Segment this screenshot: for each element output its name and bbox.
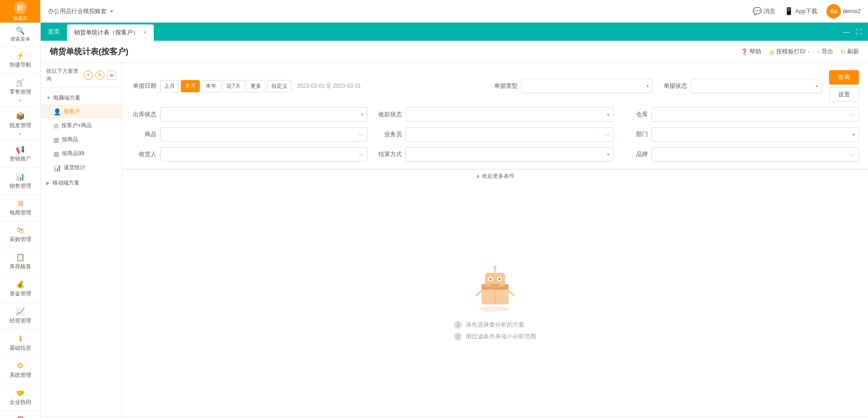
username-label: demo2 (843, 8, 861, 14)
empty-tip-2: 2 用过滤条件来缩小分析范围 (454, 332, 536, 341)
sidebar-item-retail[interactable]: 🛒 零售管理 ▲ (0, 74, 40, 107)
sidebar-item-purchase[interactable]: 🛍 采购管理 (0, 222, 40, 248)
brand-select[interactable]: ··· (651, 147, 859, 162)
filter-item-by-customer-product[interactable]: ⊞ 按客户+商品 (41, 119, 122, 133)
edit-scheme-button[interactable]: ✎ (95, 71, 104, 80)
payment-method-select[interactable]: ▾ (406, 147, 613, 162)
collapse-bar[interactable]: ∧ 收起更多条件 (122, 169, 868, 183)
filter-group-desktop-header[interactable]: ▼ 电脑端方案 (41, 91, 122, 104)
receipt-status-label: 收款状态 (377, 110, 402, 119)
filter-field-date: 单据日期 上月 本月 本年 近7天 更多 自定义 2023-03-01 至 20… (131, 80, 483, 92)
tab-home[interactable]: 首页 (41, 23, 67, 41)
date-btn-more[interactable]: 更多 (246, 80, 265, 92)
filter-group-mobile-header[interactable]: ▶ 移动端方案 (41, 176, 122, 190)
help-button[interactable]: ❓ 帮助 (741, 48, 761, 56)
sidebar-item-quick-nav[interactable]: ⚡ 快捷导航 (0, 47, 40, 74)
date-btn-this-month[interactable]: 本月 (181, 80, 200, 92)
filter-field-warehouse: 仓库 ··· (623, 107, 859, 122)
sidebar-item-search[interactable]: 🔍 搜索菜单 (0, 23, 40, 47)
sidebar-item-ecommerce[interactable]: 🖥 电商管理 (0, 195, 40, 222)
tab-close-icon[interactable]: × (143, 29, 146, 36)
filter-row-3: 商品 ··· 业务员 ··· (131, 127, 859, 142)
logo-icon: 好 (14, 1, 27, 14)
sidebar-item-ecommerce-label: 电商管理 (9, 209, 31, 217)
tab-bar: 首页 销货单统计表（按客户） × — ⛶ (41, 23, 868, 41)
department-chevron-icon: ▾ (853, 132, 855, 137)
filter-field-doc-status: 单据状态 ▾ (662, 79, 822, 93)
tip-1-number: 1 (454, 321, 462, 329)
date-btn-this-year[interactable]: 本年 (202, 80, 221, 92)
app-download-button[interactable]: 📱 App下载 (784, 7, 817, 15)
tab-report-label: 销货单统计表（按客户） (74, 28, 139, 37)
sidebar-item-basic[interactable]: ℹ 基础信息 (0, 330, 40, 357)
print-button[interactable]: 🖨 按模板打印 ▾ (769, 48, 810, 56)
page-title-bar: 销货单统计表(按客户) ❓ 帮助 🖨 按模板打印 ▾ ↑ 导出 ↻ 刷新 (41, 41, 868, 63)
staff-select[interactable]: ··· (406, 127, 613, 142)
warehouse-select[interactable]: ··· (651, 107, 859, 122)
export-button[interactable]: ↑ 导出 (817, 48, 834, 56)
breadcrumb-chevron: ▾ (110, 8, 113, 14)
sidebar-item-sales[interactable]: 📊 销售管理 (0, 168, 40, 195)
filter-item-by-customer[interactable]: 👤 按客户 (41, 104, 122, 119)
doc-type-select[interactable]: ▾ (521, 79, 652, 93)
sidebar-item-operation-label: 经营管理 (9, 317, 31, 325)
date-btn-prev-month[interactable]: 上月 (160, 80, 179, 92)
tab-minimize-button[interactable]: — (842, 27, 851, 36)
date-btn-last-7[interactable]: 近7天 (222, 80, 245, 92)
filter-item-by-product-label: 按商品 (62, 136, 78, 143)
refresh-button[interactable]: ↻ 刷新 (840, 48, 859, 56)
sidebar-item-purchase-label: 采购管理 (9, 236, 31, 243)
sidebar-item-marketing[interactable]: 📢 营销推广 (0, 141, 40, 168)
query-button[interactable]: 查询 (829, 70, 859, 85)
receiver-label: 收货人 (131, 150, 156, 158)
sidebar-item-enterprise[interactable]: 🤝 企业协同 (0, 384, 40, 411)
sidebar-item-system[interactable]: ⚙ 系统管理 (0, 357, 40, 384)
sidebar-item-enterprise-label: 企业协同 (9, 399, 31, 406)
desktop-group-arrow: ▼ (46, 95, 51, 100)
sidebar-item-guide[interactable]: 🎯 新手引导 (0, 411, 40, 418)
product-select[interactable]: ··· (160, 127, 368, 142)
tip-2-text: 用过滤条件来缩小分析范围 (466, 332, 536, 341)
breadcrumb-area: 办公用品行业模拟账套 ▾ (48, 7, 113, 15)
staff-dots-icon: ··· (604, 131, 609, 138)
sidebar-item-wholesale-label: 批发管理 (9, 122, 31, 129)
date-btn-custom[interactable]: 自定义 (267, 80, 292, 92)
filter-item-return-stats-label: 退货统计 (64, 164, 85, 171)
app-download-icon: 📱 (784, 7, 793, 15)
sidebar-item-finance[interactable]: 💰 资金管理 (0, 276, 40, 303)
tab-report[interactable]: 销货单统计表（按客户） × (67, 24, 154, 41)
svg-point-13 (494, 266, 496, 269)
brand-label: 品牌 (623, 150, 648, 158)
empty-state: 1 请先选择要分析的方案 2 用过滤条件来缩小分析范围 (122, 183, 868, 417)
svg-rect-7 (485, 273, 505, 286)
doc-status-select[interactable]: ▾ (691, 79, 822, 93)
mobile-group-arrow: ▶ (46, 180, 50, 185)
payment-method-label: 结算方式 (377, 150, 402, 158)
product-icon: ▦ (53, 136, 59, 143)
sidebar-item-operation[interactable]: 📈 经营管理 (0, 303, 40, 330)
user-profile[interactable]: Ea demo2 (826, 4, 861, 19)
filter-item-by-product-99[interactable]: ▦ 按商品99 (41, 147, 122, 161)
filter-field-receipt-status: 收款状态 ▾ (377, 107, 613, 122)
sidebar-item-inventory[interactable]: 📋 库存核算 (0, 248, 40, 276)
receiver-dots-icon: ··· (359, 151, 364, 158)
doc-status-chevron-icon: ▾ (816, 84, 818, 89)
filter-item-by-product[interactable]: ▦ 按商品 (41, 133, 122, 147)
message-button[interactable]: 💬 消息 (753, 7, 775, 15)
avatar: Ea (826, 4, 841, 19)
department-select[interactable]: ▾ (651, 127, 859, 142)
filter-item-return-stats[interactable]: 📊 退货统计 (41, 161, 122, 175)
add-scheme-button[interactable]: + (84, 71, 93, 80)
receiver-select[interactable]: ··· (160, 147, 368, 162)
setting-button[interactable]: 设置 (829, 87, 859, 102)
sidebar-search-label: 搜索菜单 (3, 36, 38, 43)
collapse-panel-button[interactable]: ≪ (107, 71, 116, 80)
out-status-select[interactable]: ▾ (160, 107, 368, 122)
tab-maximize-button[interactable]: ⛶ (854, 27, 863, 36)
sidebar-item-inventory-label: 库存核算 (9, 263, 31, 271)
collapse-chevron-icon: ∧ (476, 173, 480, 180)
out-status-chevron-icon: ▾ (361, 112, 363, 117)
receipt-status-select[interactable]: ▾ (406, 107, 613, 122)
collapse-label: 收起更多条件 (482, 172, 514, 180)
sidebar-item-wholesale[interactable]: 📦 批发管理 ▲ (0, 107, 40, 141)
